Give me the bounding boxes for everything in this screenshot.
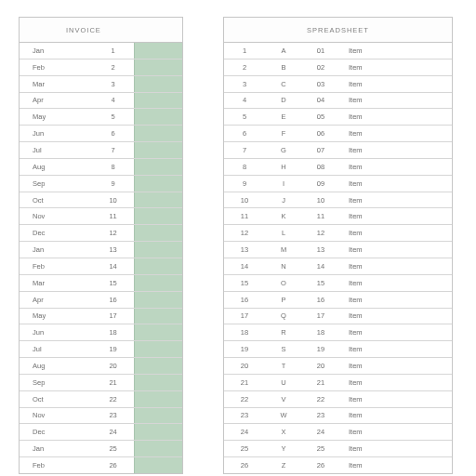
right-cell-d-text: Item	[349, 444, 363, 453]
right-cell-d-text: Item	[349, 428, 363, 436]
left-cell-b: 12	[93, 225, 134, 241]
right-cell-b: T	[265, 358, 302, 374]
table-row: 22V22Item	[224, 391, 452, 408]
right-cell-b: O	[265, 275, 302, 291]
left-cell-a: Jan	[20, 43, 93, 59]
right-cell-a: 25	[224, 441, 265, 456]
table-row: 12L12Item	[224, 225, 452, 242]
right-cell-c-text: 22	[317, 395, 324, 403]
right-cell-d-text: Item	[349, 362, 363, 370]
right-cell-c: 11	[302, 208, 339, 224]
right-cell-b: B	[265, 60, 302, 75]
left-cell-a: Mar	[20, 76, 93, 92]
right-cell-a: 12	[224, 225, 265, 241]
right-cell-a: 8	[224, 159, 265, 175]
table-row: Mar15	[20, 275, 182, 292]
left-cell-a-text: Sep	[33, 378, 45, 387]
right-cell-a-text: 3	[243, 80, 246, 88]
left-cell-accent	[134, 159, 183, 175]
table-row: Jul7	[20, 142, 182, 159]
right-cell-d: Item	[339, 424, 452, 440]
right-cell-c: 26	[302, 457, 339, 473]
left-cell-b: 14	[93, 258, 134, 274]
left-cell-b: 26	[93, 457, 134, 473]
left-cell-b-text: 11	[109, 212, 116, 220]
right-cell-a-text: 1	[243, 46, 246, 55]
left-cell-a: Jan	[20, 242, 93, 258]
right-cell-c-text: 03	[317, 80, 324, 88]
left-cell-b-text: 25	[109, 444, 116, 453]
left-cell-a-text: Aug	[33, 163, 45, 171]
right-cell-d: Item	[339, 275, 452, 291]
right-cell-a-text: 6	[243, 129, 246, 138]
stage: INVOICE Jan1Feb2Mar3Apr4May5Jun6Jul7Aug8…	[0, 0, 476, 476]
left-cell-a: Apr	[20, 93, 93, 109]
right-cell-a-text: 5	[243, 112, 246, 121]
left-cell-accent	[134, 457, 183, 473]
table-row: 16P16Item	[224, 292, 452, 309]
right-cell-d: Item	[339, 324, 452, 340]
left-cell-b-text: 3	[112, 80, 115, 88]
right-cell-a-text: 8	[243, 163, 246, 171]
left-cell-b-text: 20	[109, 362, 116, 370]
right-cell-a-text: 22	[241, 395, 248, 403]
right-cell-c: 23	[302, 408, 339, 424]
left-cell-accent	[134, 341, 183, 357]
right-cell-a-text: 4	[243, 96, 246, 104]
left-cell-b: 6	[93, 126, 134, 141]
right-cell-d: Item	[339, 208, 452, 224]
left-cell-a-text: Jan	[33, 46, 44, 55]
right-cell-b-text: W	[280, 411, 286, 419]
left-cell-a-text: Mar	[33, 80, 45, 88]
right-rows: 1A01Item2B02Item3C03Item4D04Item5E05Item…	[224, 43, 452, 473]
left-cell-a-text: Nov	[33, 212, 45, 220]
right-cell-a: 15	[224, 275, 265, 291]
table-row: Feb14	[20, 258, 182, 275]
right-cell-c: 24	[302, 424, 339, 440]
right-cell-b: W	[265, 408, 302, 424]
left-cell-b: 21	[93, 375, 134, 390]
left-cell-b: 17	[93, 309, 134, 324]
left-cell-b: 4	[93, 93, 134, 109]
right-cell-c: 18	[302, 324, 339, 340]
left-cell-b-text: 10	[109, 196, 116, 205]
left-cell-b-text: 1	[112, 46, 115, 55]
table-row: 14N14Item	[224, 258, 452, 275]
right-cell-a: 18	[224, 324, 265, 340]
table-row: 26Z26Item	[224, 457, 452, 473]
table-row: 5E05Item	[224, 109, 452, 126]
right-cell-c: 22	[302, 391, 339, 407]
right-cell-a-text: 9	[243, 179, 246, 188]
right-cell-a-text: 11	[241, 212, 248, 220]
right-cell-d-text: Item	[349, 63, 363, 72]
table-row: Feb26	[20, 457, 182, 473]
right-cell-a-text: 24	[241, 428, 248, 436]
right-cell-d-text: Item	[349, 179, 363, 188]
left-cell-a: Feb	[20, 258, 93, 274]
table-row: 10J10Item	[224, 192, 452, 209]
left-cell-a-text: Jul	[33, 345, 42, 353]
right-cell-c: 01	[302, 43, 339, 59]
right-cell-a: 4	[224, 93, 265, 109]
right-cell-b-text: X	[281, 428, 285, 436]
left-sheet: INVOICE Jan1Feb2Mar3Apr4May5Jun6Jul7Aug8…	[19, 17, 183, 474]
right-cell-c: 21	[302, 375, 339, 390]
right-cell-b: L	[265, 225, 302, 241]
right-cell-d: Item	[339, 192, 452, 208]
right-cell-c: 10	[302, 192, 339, 208]
right-cell-a: 14	[224, 258, 265, 274]
table-row: Oct10	[20, 192, 182, 209]
left-rows: Jan1Feb2Mar3Apr4May5Jun6Jul7Aug8Sep9Oct1…	[20, 43, 182, 473]
left-cell-accent	[134, 43, 183, 59]
right-cell-c: 15	[302, 275, 339, 291]
right-cell-a: 22	[224, 391, 265, 407]
table-row: Nov11	[20, 208, 182, 225]
right-cell-c-text: 16	[317, 296, 324, 304]
right-cell-b-text: K	[281, 212, 285, 220]
left-cell-a: Jan	[20, 441, 93, 456]
table-row: Apr4	[20, 93, 182, 110]
right-cell-c-text: 06	[317, 129, 324, 138]
left-cell-b: 3	[93, 76, 134, 92]
left-cell-a: May	[20, 309, 93, 324]
right-cell-c-text: 23	[317, 411, 324, 419]
